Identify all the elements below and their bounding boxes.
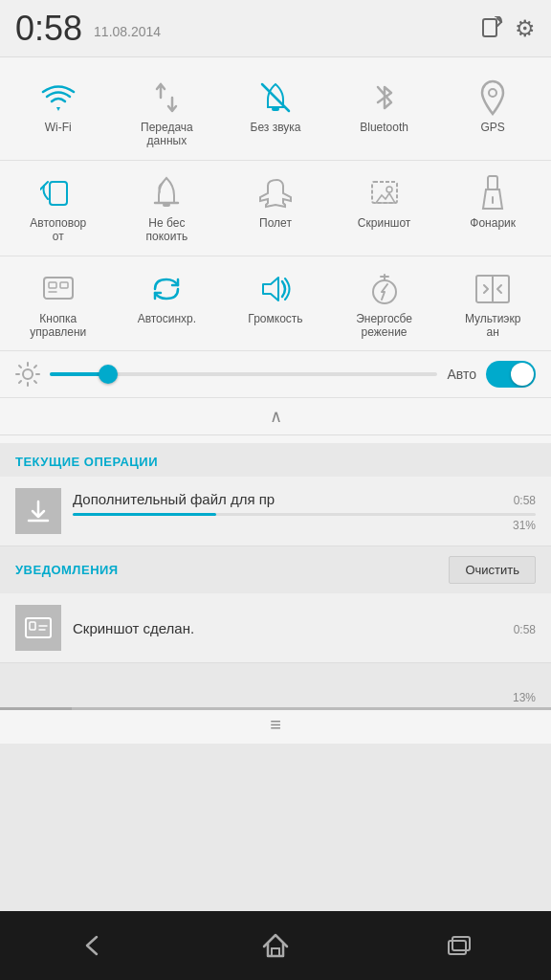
recent-apps-button[interactable]	[430, 917, 488, 974]
silent-icon	[254, 77, 297, 119]
svg-point-18	[23, 369, 33, 379]
volume-icon	[254, 268, 297, 310]
qs-autosync-label: Автосинхр.	[138, 312, 197, 325]
extra-progress-fill	[0, 707, 72, 710]
screen-rotate-icon[interactable]	[478, 16, 503, 41]
settings-icon[interactable]: ⚙	[515, 15, 536, 42]
qs-data[interactable]: Передача данных	[119, 73, 214, 152]
download-progress-fill	[73, 513, 216, 516]
uved-title: УВЕДОМЛЕНИЯ	[15, 563, 119, 577]
screenshot-icon-box	[15, 605, 61, 651]
autorotate-icon	[37, 172, 79, 214]
brightness-thumb	[99, 365, 118, 384]
uved-header: УВЕДОМЛЕНИЯ Очистить	[0, 546, 551, 593]
svg-rect-29	[30, 622, 35, 630]
download-progress-container: 31%	[73, 513, 536, 532]
donotdisturb-icon	[145, 172, 187, 214]
qs-wifi-label: Wi-Fi	[45, 121, 72, 134]
status-time: 0:58	[15, 9, 82, 49]
collapse-row[interactable]: ∧	[0, 398, 551, 435]
notifications-area: ТЕКУЩИЕ ОПЕРАЦИИ Дополнительный файл для…	[0, 443, 551, 744]
qs-donotdisturb-label: Не бес покоить	[146, 216, 188, 244]
qs-multiscreen-label: Мультиэкр ан	[465, 312, 520, 340]
quick-settings: Wi-Fi Передача данных Без звука	[0, 57, 551, 443]
svg-rect-8	[488, 176, 497, 189]
flashlight-icon	[472, 172, 514, 214]
brightness-icon	[15, 362, 40, 387]
qs-multiscreen[interactable]: Мультиэкр ан	[445, 264, 540, 344]
svg-line-26	[34, 366, 36, 368]
nav-bar	[0, 911, 551, 980]
qs-powersave-label: Энергосбе режение	[356, 312, 412, 340]
download-notif-inner: Дополнительный файл для пр 0:58 31%	[0, 477, 551, 546]
qs-wifi[interactable]: Wi-Fi	[11, 73, 106, 152]
svg-point-3	[489, 89, 496, 97]
back-button[interactable]	[63, 917, 121, 974]
svg-rect-33	[452, 937, 470, 950]
screenshot-notification[interactable]: Скриншот сделан. 0:58	[0, 593, 551, 662]
qs-powersave[interactable]: Энергосбе режение	[337, 264, 432, 344]
qs-screenshot[interactable]: Скриншот	[337, 168, 432, 248]
svg-rect-1	[272, 107, 279, 111]
buttoncontrol-icon	[37, 268, 79, 310]
screenshot-notif-title: Скриншот сделан.	[73, 620, 506, 636]
download-notif-content: Дополнительный файл для пр 0:58 31%	[73, 491, 536, 532]
qs-volume-label: Громкость	[248, 312, 302, 325]
qs-airplane[interactable]: Полет	[228, 168, 323, 248]
svg-rect-11	[49, 282, 56, 288]
qs-buttoncontrol[interactable]: Кнопка управлени	[11, 264, 106, 344]
screenshot-notif-content: Скриншот сделан. 0:58	[73, 620, 536, 636]
extra-progress-bar	[0, 707, 551, 710]
download-progress-label: 31%	[73, 519, 536, 532]
hamburger-icon: ≡	[270, 714, 281, 736]
svg-rect-34	[449, 941, 466, 954]
data-icon	[145, 77, 187, 119]
qs-row-1: Wi-Fi Передача данных Без звука	[0, 65, 551, 161]
qs-gps-label: GPS	[481, 121, 505, 134]
qs-row-2: Автоповор от Не бес покоить	[0, 161, 551, 256]
svg-rect-0	[483, 19, 496, 36]
autosync-icon	[145, 268, 187, 310]
qs-bluetooth-label: Bluetooth	[360, 121, 408, 134]
svg-rect-4	[50, 182, 67, 205]
brightness-row: Авто	[0, 351, 551, 398]
brightness-slider[interactable]	[50, 365, 437, 384]
auto-toggle-knob	[511, 363, 534, 386]
clear-button[interactable]: Очистить	[449, 556, 536, 584]
qs-airplane-label: Полет	[259, 216, 292, 230]
status-icons: ⚙	[478, 15, 536, 42]
download-notification[interactable]: Дополнительный файл для пр 0:58 31%	[0, 477, 551, 546]
qs-donotdisturb[interactable]: Не бес покоить	[119, 168, 214, 248]
auto-toggle[interactable]	[486, 361, 536, 388]
screenshot-notif-inner: Скриншот сделан. 0:58	[0, 593, 551, 662]
status-date: 11.08.2014	[94, 24, 161, 39]
brightness-track	[50, 372, 437, 376]
airplane-icon	[254, 172, 297, 214]
home-button[interactable]	[247, 917, 304, 974]
qs-silent[interactable]: Без звука	[228, 73, 323, 152]
download-notif-title: Дополнительный файл для пр	[73, 491, 275, 507]
qs-screenshot-label: Скриншот	[358, 216, 410, 230]
hamburger-row[interactable]: ≡	[0, 710, 551, 744]
qs-autorotate-label: Автоповор от	[30, 216, 86, 244]
svg-line-23	[19, 366, 21, 368]
qs-row-3: Кнопка управлени Автосинхр.	[0, 256, 551, 352]
download-progress-track	[73, 513, 536, 516]
qs-buttoncontrol-label: Кнопка управлени	[30, 312, 86, 340]
bluetooth-icon	[364, 77, 406, 119]
svg-rect-12	[60, 282, 68, 288]
qs-gps[interactable]: GPS	[445, 73, 540, 152]
qs-autorotate[interactable]: Автоповор от	[11, 168, 106, 248]
download-icon-box	[15, 488, 61, 534]
current-ops-header: ТЕКУЩИЕ ОПЕРАЦИИ	[0, 443, 551, 477]
svg-line-24	[34, 381, 36, 383]
wifi-icon	[37, 77, 79, 119]
status-bar: 0:58 11.08.2014 ⚙	[0, 0, 551, 57]
extra-notif-strip: 13%	[0, 662, 551, 710]
qs-volume[interactable]: Громкость	[228, 264, 323, 344]
qs-bluetooth[interactable]: Bluetooth	[337, 73, 432, 152]
qs-flashlight[interactable]: Фонарик	[445, 168, 540, 248]
multiscreen-icon	[472, 268, 514, 310]
qs-autosync[interactable]: Автосинхр.	[119, 264, 214, 344]
qs-flashlight-label: Фонарик	[470, 216, 516, 230]
